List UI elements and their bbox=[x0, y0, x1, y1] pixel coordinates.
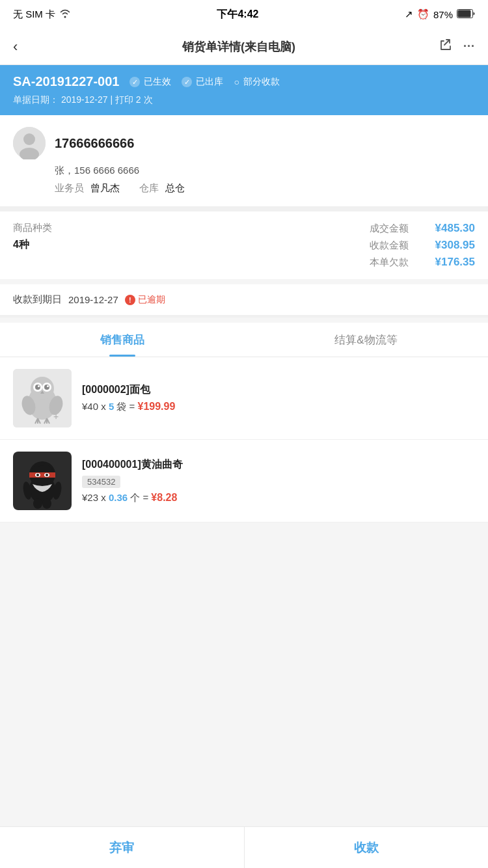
print-separator: | 打印 bbox=[110, 94, 135, 105]
tab-products[interactable]: 销售商品 bbox=[0, 323, 244, 357]
badge-partial: 部分收款 bbox=[234, 76, 279, 88]
price-base-2: ¥23 bbox=[82, 492, 98, 503]
debt-label: 本单欠款 bbox=[370, 256, 409, 269]
back-button[interactable]: ‹ bbox=[13, 38, 39, 55]
price-eq-1: = bbox=[129, 401, 138, 412]
customer-meta: 业务员 曾凡杰 仓库 总仓 bbox=[13, 182, 475, 195]
product-list: + [0000002]面包 ¥40 x 5 袋 = ¥199.99 bbox=[0, 357, 488, 522]
price-x-2: x bbox=[101, 492, 109, 503]
list-item: + [0000002]面包 ¥40 x 5 袋 = ¥199.99 bbox=[0, 357, 488, 440]
carrier-label: 无 SIM 卡 bbox=[13, 8, 55, 21]
share-button[interactable] bbox=[439, 38, 453, 55]
location-icon: ↗ bbox=[405, 8, 413, 20]
customer-phone: 17666666666 bbox=[55, 136, 134, 151]
types-label: 商品种类 bbox=[13, 222, 52, 234]
status-bar: 无 SIM 卡 下午4:42 ↗ ⏰ 87% bbox=[0, 0, 488, 29]
tabs-section: 销售商品 结算&物流等 bbox=[0, 323, 488, 357]
avatar bbox=[13, 127, 46, 159]
due-date-value: 2019-12-27 bbox=[68, 294, 118, 305]
battery-icon bbox=[457, 9, 475, 20]
due-date-section: 收款到期日 2019-12-27 ! 已逾期 bbox=[0, 284, 488, 315]
total-2: ¥8.28 bbox=[151, 492, 177, 503]
product-sku-2: 534532 bbox=[82, 476, 120, 488]
product-name-2: [000400001]黄油曲奇 bbox=[82, 458, 475, 472]
product-price-1: ¥40 x 5 袋 = ¥199.99 bbox=[82, 401, 475, 413]
svg-point-13 bbox=[47, 385, 49, 387]
warehouse-label: 仓库 bbox=[139, 182, 159, 193]
date-label: 单据日期： bbox=[13, 94, 59, 105]
more-button[interactable]: ··· bbox=[463, 40, 475, 53]
badge-effective: 已生效 bbox=[129, 76, 171, 88]
svg-point-35 bbox=[42, 498, 51, 509]
product-name-1: [0000002]面包 bbox=[82, 383, 475, 397]
product-image-1: + bbox=[13, 369, 72, 427]
header-banner: SA-20191227-001 已生效 已出库 部分收款 单据日期： 2019-… bbox=[0, 65, 488, 115]
overdue-badge: ! 已逾期 bbox=[125, 294, 165, 306]
order-date: 2019-12-27 bbox=[61, 94, 108, 105]
wifi-icon bbox=[59, 9, 71, 20]
nav-bar: ‹ 销货单详情(来自电脑) ··· bbox=[0, 29, 488, 65]
qty-2: 0.36 bbox=[109, 492, 128, 503]
divider-1 bbox=[0, 206, 488, 211]
sales-name: 曾凡杰 bbox=[90, 182, 120, 193]
unit-1: 袋 bbox=[116, 401, 126, 412]
customer-section: 17666666666 张，156 6666 6666 业务员 曾凡杰 仓库 总… bbox=[0, 115, 488, 206]
svg-rect-27 bbox=[29, 472, 55, 478]
pay-button[interactable]: 收款 bbox=[245, 827, 489, 868]
deal-value: ¥485.30 bbox=[416, 222, 475, 235]
price-eq-2: = bbox=[142, 492, 151, 503]
total-1: ¥199.99 bbox=[138, 401, 176, 412]
due-label: 收款到期日 bbox=[13, 293, 62, 306]
product-price-2: ¥23 x 0.36 个 = ¥8.28 bbox=[82, 492, 475, 504]
svg-point-30 bbox=[36, 474, 39, 476]
product-info-1: [0000002]面包 ¥40 x 5 袋 = ¥199.99 bbox=[82, 383, 475, 413]
product-info-2: [000400001]黄油曲奇 534532 ¥23 x 0.36 个 = ¥8… bbox=[82, 458, 475, 504]
tab-settlement[interactable]: 结算&物流等 bbox=[244, 323, 488, 357]
warehouse-name: 总仓 bbox=[165, 182, 185, 193]
order-id: SA-20191227-001 bbox=[13, 74, 119, 89]
status-right: ↗ ⏰ 87% bbox=[405, 8, 475, 20]
svg-point-12 bbox=[38, 385, 40, 387]
nav-actions: ··· bbox=[439, 38, 475, 55]
svg-point-3 bbox=[23, 133, 35, 145]
svg-point-11 bbox=[44, 385, 49, 390]
page-title: 销货单详情(来自电脑) bbox=[182, 39, 295, 55]
list-item: [000400001]黄油曲奇 534532 ¥23 x 0.36 个 = ¥8… bbox=[0, 440, 488, 522]
status-time: 下午4:42 bbox=[217, 8, 258, 21]
alarm-icon: ⏰ bbox=[417, 8, 429, 20]
svg-text:+: + bbox=[53, 411, 59, 422]
deal-label: 成交金额 bbox=[370, 223, 409, 235]
battery-label: 87% bbox=[433, 9, 453, 20]
print-count: 2 bbox=[136, 94, 141, 105]
divider-2 bbox=[0, 315, 488, 318]
print-suffix: 次 bbox=[144, 94, 153, 105]
receipt-label: 收款金额 bbox=[370, 239, 409, 252]
badge-shipped: 已出库 bbox=[182, 76, 223, 88]
customer-name-phone: 张，156 6666 6666 bbox=[13, 165, 475, 177]
overdue-label: 已逾期 bbox=[138, 294, 165, 306]
types-value: 4种 bbox=[13, 238, 52, 252]
price-x-1: x bbox=[101, 401, 109, 412]
banner-date-row: 单据日期： 2019-12-27 | 打印 2 次 bbox=[13, 94, 475, 106]
svg-point-34 bbox=[33, 498, 42, 509]
svg-rect-1 bbox=[457, 10, 470, 17]
bottom-bar: 弃审 收款 bbox=[0, 826, 488, 868]
svg-point-10 bbox=[35, 385, 40, 390]
sales-label: 业务员 bbox=[55, 182, 84, 193]
unit-2: 个 bbox=[130, 492, 140, 503]
svg-point-31 bbox=[46, 474, 48, 476]
receipt-value: ¥308.95 bbox=[416, 239, 475, 252]
status-left: 无 SIM 卡 bbox=[13, 8, 71, 21]
qty-1: 5 bbox=[109, 401, 114, 412]
price-base-1: ¥40 bbox=[82, 401, 98, 412]
summary-section: 商品种类 4种 成交金额 ¥485.30 收款金额 ¥308.95 本单欠款 ¥… bbox=[0, 211, 488, 279]
debt-value: ¥176.35 bbox=[416, 256, 475, 269]
cancel-button[interactable]: 弃审 bbox=[0, 827, 245, 868]
product-image-2 bbox=[13, 452, 72, 510]
overdue-dot-icon: ! bbox=[125, 295, 135, 305]
